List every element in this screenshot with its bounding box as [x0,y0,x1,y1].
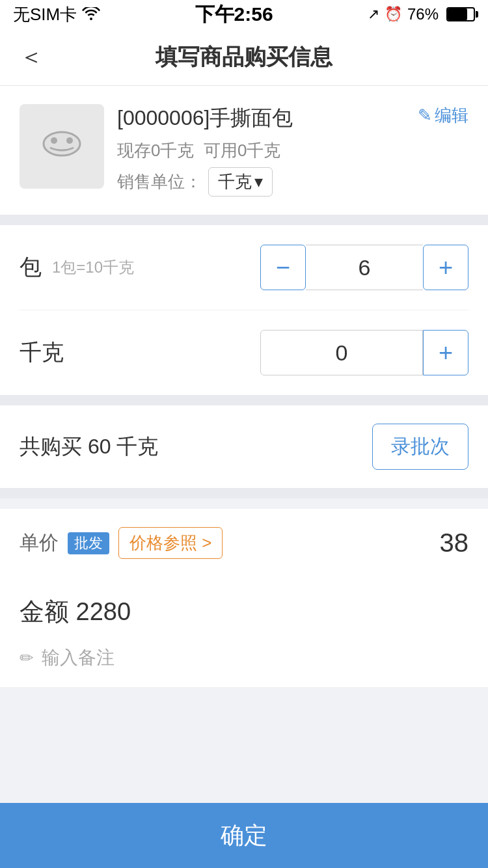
bao-stepper: − + [260,245,468,290]
location-icon: ↗ [368,6,379,23]
bao-decrement-button[interactable]: − [260,245,306,290]
status-left: 无SIM卡 [13,3,100,26]
amount-row: 金额 2280 [20,595,468,629]
status-time: 下午2:56 [195,1,273,28]
status-bar: 无SIM卡 下午2:56 ↗ ⏰ 76% [0,0,488,29]
nav-bar: ＜ 填写商品购买信息 [0,29,488,86]
product-card: [0000006]手撕面包 现存0千克 可用0千克 销售单位： 千克 ▾ ✎ 编… [0,86,488,215]
wifi-icon [82,5,100,25]
battery-percent: 76% [407,5,439,23]
confirm-button[interactable]: 确定 [0,803,488,868]
summary-text: 共购买 60 千克 [20,433,158,461]
kg-label: 千克 [20,338,64,368]
bao-label: 包 1包=10千克 [20,252,134,282]
divider-3 [0,488,488,498]
kg-input[interactable] [260,330,423,375]
bao-hint: 1包=10千克 [52,257,134,278]
svg-point-2 [66,137,73,144]
remark-row[interactable]: ✏ 输入备注 [20,639,468,677]
price-left: 单价 批发 价格参照 > [20,527,223,559]
kg-increment-button[interactable]: + [423,330,468,375]
page-title: 填写商品购买信息 [156,42,332,72]
price-label: 单价 [20,530,59,556]
summary-section: 共购买 60 千克 录批次 [0,405,488,488]
pencil-icon: ✏ [20,648,34,668]
batch-button[interactable]: 录批次 [372,424,468,470]
svg-point-0 [44,132,80,156]
divider-1 [0,215,488,225]
product-name: [0000006]手撕面包 [117,104,468,133]
back-button[interactable]: ＜ [13,34,49,79]
product-logo [42,129,81,164]
product-info: [0000006]手撕面包 现存0千克 可用0千克 销售单位： 千克 ▾ [117,104,468,197]
bao-input-row: 包 1包=10千克 − + [20,225,468,310]
product-image [20,104,104,189]
main-content [0,687,488,803]
edit-icon: ✎ [418,105,432,126]
bao-increment-button[interactable]: + [423,245,468,290]
bao-input[interactable] [306,245,423,290]
status-right: ↗ ⏰ 76% [368,5,475,23]
price-value: 38 [440,528,469,558]
amount-section: 金额 2280 ✏ 输入备注 [0,577,488,687]
product-unit-row: 销售单位： 千克 ▾ [117,167,468,197]
edit-button[interactable]: ✎ 编辑 [418,104,468,127]
remark-placeholder: 输入备注 [42,645,115,670]
unit-select[interactable]: 千克 ▾ [208,167,273,197]
product-stock: 现存0千克 可用0千克 [117,139,468,162]
dropdown-icon: ▾ [254,172,263,192]
price-badge: 批发 [68,532,109,554]
battery-icon [446,7,475,21]
kg-stepper: + [260,330,468,375]
carrier-label: 无SIM卡 [13,3,77,26]
price-section: 单价 批发 价格参照 > 38 [0,509,488,577]
divider-2 [0,395,488,405]
input-section: 包 1包=10千克 − + 千克 + [0,225,488,395]
svg-point-1 [51,137,57,144]
price-ref-button[interactable]: 价格参照 > [118,527,223,559]
kg-input-row: 千克 + [20,310,468,395]
alarm-icon: ⏰ [385,6,402,23]
